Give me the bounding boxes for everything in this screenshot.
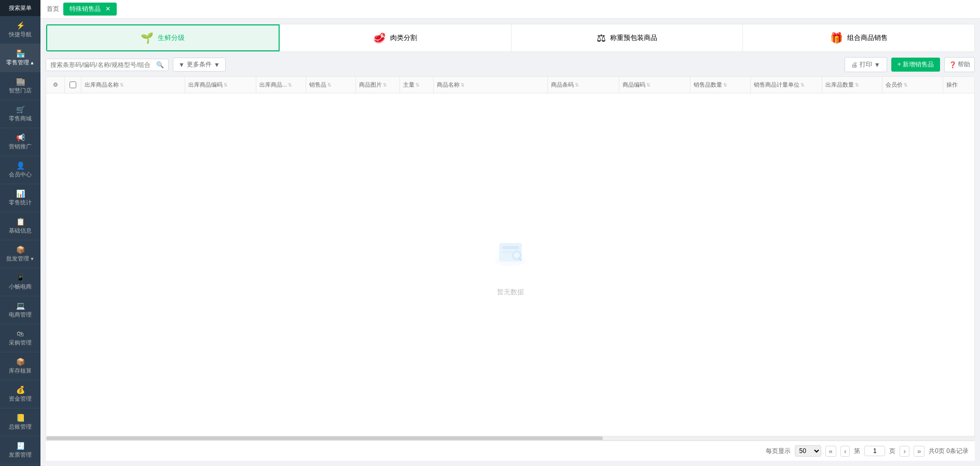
- sidebar-logo[interactable]: 搜索菜单: [0, 0, 40, 16]
- cat-tab-weight-prepack[interactable]: ⚖ 称重预包装商品: [512, 24, 743, 51]
- last-page-button[interactable]: »: [914, 446, 924, 457]
- sidebar-item-label: 小畅电商: [9, 283, 32, 291]
- pagination: 每页显示 50 20 100 « ‹ 第 页 › » 共0页 0条记录: [46, 441, 975, 461]
- sort-icon[interactable]: ⇅: [855, 83, 859, 88]
- sidebar-item-basic-info[interactable]: 📋 基础信息: [0, 212, 40, 240]
- chevron-down-icon: ▼: [874, 61, 880, 68]
- retail-mgmt-label-row: 零售管理 ▲: [6, 59, 35, 66]
- help-button[interactable]: ❓ 帮助: [944, 57, 975, 72]
- th-barcode: 商品条码 ⇅: [548, 77, 619, 93]
- sidebar-item-retail-mgmt[interactable]: 🏪 零售管理 ▲: [0, 44, 40, 72]
- invoice-icon: 🧾: [16, 442, 25, 450]
- sort-icon[interactable]: ⇅: [120, 83, 124, 88]
- filter-button[interactable]: ▼ 更多条件 ▼: [173, 58, 226, 72]
- per-page-select[interactable]: 50 20 100: [795, 445, 821, 457]
- quick-nav-icon: ⚡: [16, 21, 25, 30]
- inventory-icon: 📦: [16, 358, 25, 366]
- sidebar-item-ecom-mgmt[interactable]: 💻 电商管理: [0, 296, 40, 324]
- sidebar-item-retail-stats[interactable]: 📊 零售统计: [0, 184, 40, 212]
- add-button[interactable]: + 新增销售品: [891, 58, 940, 72]
- sidebar-item-ledger-mgmt[interactable]: 📒 总账管理: [0, 408, 40, 436]
- empty-text: 暂无数据: [497, 287, 524, 297]
- table-scrollbar[interactable]: [46, 436, 974, 440]
- sidebar-item-finance[interactable]: 💰 资金管理: [0, 380, 40, 408]
- wholesale-icon: 📦: [16, 245, 25, 254]
- sort-icon[interactable]: ⇅: [461, 83, 465, 88]
- toolbar-right: 🖨 打印 ▼ + 新增销售品 ❓ 帮助: [845, 57, 975, 72]
- sidebar-item-label: 基础信息: [9, 227, 32, 235]
- weight-prepack-icon: ⚖: [597, 32, 606, 44]
- sort-icon[interactable]: ⇅: [416, 83, 420, 88]
- th-member-price: 会员价 ⇅: [882, 77, 943, 93]
- th-img: 商品图片 ⇅: [356, 77, 401, 93]
- sidebar-item-label: 批发管理: [6, 255, 29, 263]
- sidebar-item-smart-store[interactable]: 🏬 智慧门店: [0, 72, 40, 100]
- sidebar-item-retail-mall[interactable]: 🛒 零售商城: [0, 100, 40, 128]
- scroll-thumb[interactable]: [46, 436, 603, 441]
- print-button[interactable]: 🖨 打印 ▼: [845, 57, 887, 72]
- sidebar-item-label: 发票管理: [9, 451, 32, 459]
- sort-icon[interactable]: ⇅: [800, 83, 805, 88]
- th-out-name: 出库商品名称 ⇅: [81, 77, 185, 93]
- wholesale-label-row: 批发管理 ▼: [6, 255, 35, 263]
- first-page-button[interactable]: «: [825, 446, 836, 457]
- add-label: + 新增销售品: [898, 60, 934, 69]
- help-label: 帮助: [958, 60, 970, 69]
- sort-icon[interactable]: ⇅: [327, 83, 332, 88]
- th-main: 主量 ⇅: [400, 77, 434, 93]
- sidebar-item-invoice-mgmt[interactable]: 🧾 发票管理: [0, 436, 40, 464]
- sidebar-item-label: 零售商城: [9, 115, 32, 122]
- cat-tab-label: 生鲜分级: [158, 33, 185, 43]
- th-out-code: 出库商品编码 ⇅: [185, 77, 256, 93]
- sort-icon[interactable]: ⇅: [904, 83, 908, 88]
- page-input[interactable]: [864, 446, 885, 456]
- sidebar-item-label: 智慧门店: [9, 87, 32, 94]
- sidebar-item-label: 库存核算: [9, 367, 32, 375]
- cat-tab-label: 组合商品销售: [847, 33, 888, 43]
- sidebar-item-quick-nav[interactable]: ⚡ 快捷导航: [0, 16, 40, 44]
- sidebar-item-member-center[interactable]: 👤 会员中心: [0, 156, 40, 184]
- search-input[interactable]: [50, 61, 154, 68]
- sort-icon[interactable]: ⇅: [723, 83, 727, 88]
- gear-icon: ⚙: [53, 81, 58, 88]
- sidebar-item-mini-ecom[interactable]: 📱 小畅电商: [0, 268, 40, 296]
- th-checkbox[interactable]: [65, 77, 81, 93]
- help-icon: ❓: [949, 61, 957, 68]
- cat-tab-meat-division[interactable]: 🥩 肉类分割: [280, 24, 512, 51]
- search-icon: 🔍: [156, 61, 164, 68]
- cat-tab-combo-sales[interactable]: 🎁 组合商品销售: [743, 24, 974, 51]
- ledger-icon: 📒: [16, 414, 25, 422]
- sort-icon[interactable]: ⇅: [224, 83, 228, 88]
- close-tab-icon[interactable]: ✕: [105, 5, 111, 12]
- sidebar-item-marketing[interactable]: 📢 营销推广: [0, 128, 40, 156]
- sidebar-item-inventory[interactable]: 📦 库存核算: [0, 352, 40, 380]
- next-page-button[interactable]: ›: [900, 446, 909, 457]
- prev-page-button[interactable]: ‹: [840, 446, 850, 457]
- filter-label: 更多条件: [187, 60, 212, 69]
- sidebar-item-label: 电商管理: [9, 311, 32, 319]
- sidebar-item-label: 零售管理: [6, 59, 29, 66]
- sort-icon[interactable]: ⇅: [575, 83, 579, 88]
- finance-icon: 💰: [16, 386, 25, 394]
- sidebar-item-label: 营销推广: [9, 143, 32, 150]
- sidebar-item-label: 快捷导航: [9, 31, 32, 38]
- chevron-down-icon: ▼: [214, 61, 220, 68]
- th-goods-code: 商品编码 ⇅: [619, 77, 691, 93]
- search-box[interactable]: 🔍: [46, 59, 169, 71]
- sort-icon[interactable]: ⇅: [646, 83, 651, 88]
- sidebar-item-wholesale-mgmt[interactable]: 📦 批发管理 ▼: [0, 240, 40, 268]
- breadcrumb-home[interactable]: 首页: [47, 5, 59, 13]
- cat-tab-label: 称重预包装商品: [610, 33, 657, 43]
- current-tab[interactable]: 特殊销售品 ✕: [63, 3, 117, 16]
- select-all-checkbox[interactable]: [70, 81, 76, 88]
- filter-icon: ▼: [178, 61, 185, 68]
- th-gear[interactable]: ⚙: [46, 77, 65, 93]
- sidebar-item-label: 采购管理: [9, 339, 32, 347]
- sort-icon[interactable]: ⇅: [383, 83, 387, 88]
- total-text: 共0页 0条记录: [929, 447, 969, 456]
- sort-icon[interactable]: ⇅: [288, 83, 292, 88]
- cat-tab-fresh-grade[interactable]: 🌱 生鲜分级: [46, 24, 280, 51]
- topbar: 首页 特殊销售品 ✕: [40, 0, 980, 19]
- sidebar-item-purchase-mgmt[interactable]: 🛍 采购管理: [0, 324, 40, 352]
- current-tab-label: 特殊销售品: [70, 5, 101, 12]
